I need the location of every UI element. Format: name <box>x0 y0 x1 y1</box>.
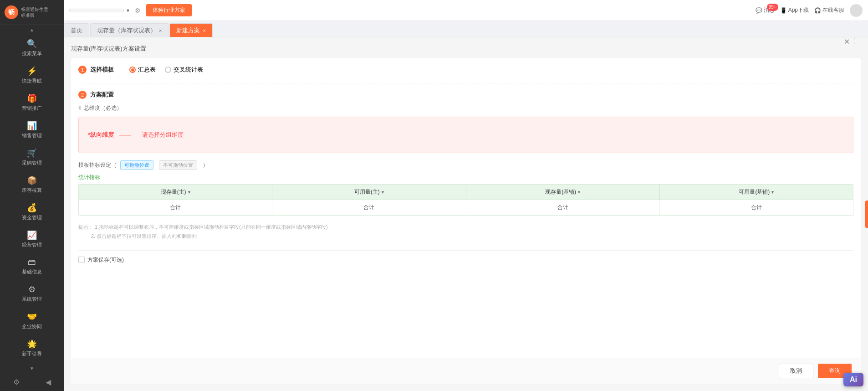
template-options: 汇总表 交叉统计表 <box>129 66 203 74</box>
user-avatar[interactable] <box>850 4 863 17</box>
save-checkbox[interactable] <box>78 257 85 263</box>
app-download-btn[interactable]: 📱 App下载 <box>780 6 809 14</box>
sidebar-item-marketing[interactable]: 🎁 营销推广 <box>0 89 64 116</box>
inventory-tab-close[interactable]: × <box>159 28 162 33</box>
sidebar-item-label: 快捷导航 <box>22 77 42 84</box>
dropdown-arrow[interactable]: ▾ <box>127 7 129 14</box>
step1-section: 1 选择模板 汇总表 交叉统计表 <box>78 66 853 74</box>
search-input[interactable] <box>69 9 124 12</box>
operation-icon: 📈 <box>27 230 37 240</box>
dimension-hint: 请选择分组维度 <box>142 131 184 139</box>
col-header-2[interactable]: 现存量(基辅) ▾ <box>466 185 660 200</box>
cell-2: 合计 <box>466 200 660 215</box>
col-header-1[interactable]: 可用量(主) ▾ <box>272 185 466 200</box>
sidebar-item-search[interactable]: 🔍 搜索菜单 <box>0 34 64 62</box>
online-service-btn[interactable]: 🎧 在线客服 <box>814 6 844 14</box>
sidebar-item-basic[interactable]: 🗃 基础信息 <box>0 253 64 280</box>
sidebar-footer: ⚙ ◀ <box>0 373 64 391</box>
footer: 取消 查询 <box>71 358 861 384</box>
sidebar-item-finance[interactable]: 💰 资金管理 <box>0 198 64 226</box>
search-area: ▾ <box>69 7 129 14</box>
tip-item-2: 2. 点击标题栏下拉可设置排序、插入列和删除列 <box>78 232 853 241</box>
cancel-button[interactable]: 取消 <box>779 364 813 378</box>
step1-header: 1 选择模板 汇总表 交叉统计表 <box>78 66 853 74</box>
dimension-required: *纵向维度 <box>88 131 114 139</box>
main-panel: 1 选择模板 汇总表 交叉统计表 <box>71 58 861 384</box>
radio-summary[interactable]: 汇总表 <box>129 66 156 74</box>
panel-body: 1 选择模板 汇总表 交叉统计表 <box>71 58 861 358</box>
chip-draggable: 可拖动位置 <box>120 160 153 170</box>
topbar-right: 💬 消息 99+ 📱 App下载 🎧 在线客服 <box>756 4 863 17</box>
trial-industry-btn[interactable]: 体验行业方案 <box>146 4 192 16</box>
tab-inventory[interactable]: 现存量（库存状况表） × <box>90 23 168 37</box>
sidebar-item-label: 基础信息 <box>22 268 42 275</box>
settings-footer-btn[interactable]: ⚙ <box>13 378 20 386</box>
save-option: 方案保存(可选) <box>78 250 853 264</box>
home-tab-label: 首页 <box>71 26 82 35</box>
col-arrow-3[interactable]: ▾ <box>771 190 774 195</box>
sidebar-item-company[interactable]: 🤝 企业协同 <box>0 307 64 334</box>
main-container: ▾ ⚙ 体验行业方案 💬 消息 99+ 📱 App下载 🎧 在线客服 首页 <box>64 0 868 391</box>
close-panel-btn[interactable]: ✕ <box>844 37 850 46</box>
radio-cross-label: 交叉统计表 <box>174 66 203 74</box>
ai-badge[interactable]: Ai <box>843 373 863 386</box>
sidebar-item-label: 采购管理 <box>22 159 42 166</box>
cell-1: 合计 <box>272 200 466 215</box>
col-arrow-0[interactable]: ▾ <box>188 190 190 195</box>
tabbar: 首页 现存量（库存状况表） × 新建方案 × <box>64 21 868 37</box>
tab-new-plan[interactable]: 新建方案 × <box>169 23 212 37</box>
sidebar-item-operation[interactable]: 📈 经营管理 <box>0 226 64 253</box>
basic-icon: 🗃 <box>28 257 36 267</box>
sales-icon: 📊 <box>27 121 37 131</box>
col-arrow-1[interactable]: ▾ <box>382 190 384 195</box>
company-icon: 🤝 <box>27 312 37 322</box>
guide-icon: 🌟 <box>27 339 37 349</box>
sidebar-item-system[interactable]: ⚙ 系统管理 <box>0 280 64 307</box>
scroll-down-btn[interactable]: ▼ <box>0 364 64 373</box>
col-header-0[interactable]: 现存量(主) ▾ <box>79 185 272 200</box>
inventory-tab-label: 现存量（库存状况表） <box>97 26 156 35</box>
step2-badge: 2 <box>78 91 87 99</box>
new-plan-tab-close[interactable]: × <box>203 28 205 33</box>
save-label: 方案保存(可选) <box>87 256 124 264</box>
sidebar-item-shortcut[interactable]: ⚡ 快捷导航 <box>0 62 64 89</box>
indicator-label: 模板指标设定（ 可拖动位置 不可拖动位置 ） <box>78 160 853 170</box>
sidebar-item-guide[interactable]: 🌟 新手引导 <box>0 334 64 362</box>
message-btn[interactable]: 💬 消息 99+ <box>756 6 775 14</box>
sidebar-item-label: 新手引导 <box>22 350 42 357</box>
sidebar-item-sales[interactable]: 📊 销售管理 <box>0 116 64 144</box>
stats-title: 统计指标 <box>78 174 853 181</box>
col-header-3[interactable]: 可用量(基辅) ▾ <box>660 185 853 200</box>
collapse-sidebar-btn[interactable]: ◀ <box>46 378 51 386</box>
chip-not-draggable: 不可拖动位置 <box>159 160 197 170</box>
radio-summary-circle[interactable] <box>129 67 136 73</box>
marketing-icon: 🎁 <box>27 93 37 103</box>
col-arrow-2[interactable]: ▾ <box>578 190 580 195</box>
sidebar-item-label: 资金管理 <box>22 214 42 221</box>
dimension-area[interactable]: *纵向维度 —— 请选择分组维度 <box>78 117 853 153</box>
app-logo: 畅 畅康通好生意 标准版 <box>0 0 64 25</box>
step1-badge: 1 <box>78 66 87 74</box>
radio-cross[interactable]: 交叉统计表 <box>165 66 203 74</box>
sidebar-item-label: 企业协同 <box>22 323 42 330</box>
radio-cross-circle[interactable] <box>165 67 171 73</box>
system-icon: ⚙ <box>28 284 36 294</box>
sidebar-item-purchase[interactable]: 🛒 采购管理 <box>0 144 64 171</box>
app-name: 畅康通好生意 标准版 <box>21 6 48 18</box>
message-icon: 💬 <box>756 7 762 14</box>
scroll-up-btn[interactable]: ▲ <box>0 25 64 34</box>
content-area: ✕ ⛶ 现存量(库存状况表)方案设置 1 选择模板 汇总表 <box>64 37 868 391</box>
sidebar-item-inventory[interactable]: 📦 库存核算 <box>0 171 64 198</box>
new-plan-tab-label: 新建方案 <box>176 26 200 35</box>
shortcut-icon: ⚡ <box>27 66 37 76</box>
dimension-placeholder: *纵向维度 —— 请选择分组维度 <box>88 131 184 139</box>
expand-panel-btn[interactable]: ⛶ <box>853 37 861 46</box>
sidebar-nav: 🔍 搜索菜单 ⚡ 快捷导航 🎁 营销推广 📊 销售管理 🛒 采购管理 📦 库存核… <box>0 34 64 364</box>
tab-home[interactable]: 首页 <box>64 23 89 37</box>
logo-icon: 畅 <box>5 5 18 19</box>
sidebar: 畅 畅康通好生意 标准版 ▲ 🔍 搜索菜单 ⚡ 快捷导航 🎁 营销推广 📊 销售… <box>0 0 64 391</box>
sidebar-item-label: 营销推广 <box>22 105 42 112</box>
indicator-settings: 模板指标设定（ 可拖动位置 不可拖动位置 ） 统计指标 现存量(主) ▾ <box>78 160 853 216</box>
gear-btn[interactable]: ⚙ <box>133 5 143 16</box>
tips-title: 提示： 1.拖动标题栏可以调整布局，不可跨维度或指标区域拖动栏目字段(只能在同一… <box>78 223 853 232</box>
